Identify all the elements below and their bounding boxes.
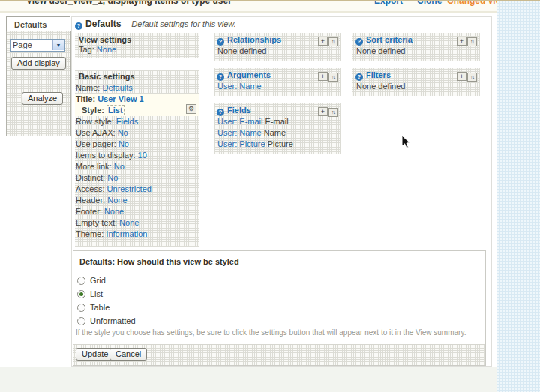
tag-setting-link[interactable]: None: [97, 45, 116, 54]
arguments-block: ?Arguments User: Name +↑↓: [214, 68, 341, 96]
distinct-setting-link[interactable]: No: [107, 173, 118, 182]
empty-text-setting-link[interactable]: None: [119, 218, 139, 227]
cancel-button[interactable]: Cancel: [110, 348, 147, 361]
rearrange-icon[interactable]: ↑↓: [467, 37, 477, 46]
block-actions: +↑↓: [456, 36, 477, 46]
radio-list[interactable]: [77, 290, 86, 298]
theme-setting-link[interactable]: Information: [106, 229, 147, 238]
fields-block: ?Fields User: E-mail E-mail User: Name N…: [214, 103, 341, 154]
page-side-background: [496, 1, 540, 392]
page-bottom-background: [0, 367, 496, 392]
rearrange-icon[interactable]: ↑↓: [328, 108, 338, 117]
style-option-grid: Grid: [77, 276, 106, 286]
setting-label: Use AJAX:: [76, 128, 116, 137]
radio-grid[interactable]: [77, 277, 86, 285]
basic-settings-rows: Name: Defaults Title: User View 1 Style:…: [75, 82, 199, 240]
add-icon[interactable]: +: [457, 37, 466, 46]
sort-criteria-title-link[interactable]: Sort criteria: [366, 35, 412, 44]
relationships-title-link[interactable]: Relationships: [227, 35, 281, 44]
analyze-button[interactable]: Analyze: [22, 92, 63, 105]
setting-label: Row style:: [76, 117, 114, 126]
radio-label: Unformatted: [90, 316, 136, 325]
setting-row: Items to display: 10: [75, 150, 199, 161]
header-setting-link[interactable]: None: [107, 196, 127, 205]
field-label-text: E-mail: [266, 117, 289, 126]
export-link[interactable]: Export: [374, 0, 403, 6]
help-icon[interactable]: ?: [75, 22, 82, 30]
arguments-title-link[interactable]: Arguments: [227, 70, 271, 79]
rearrange-icon[interactable]: ↑↓: [467, 73, 477, 82]
help-icon[interactable]: ?: [356, 73, 363, 81]
add-icon[interactable]: +: [457, 72, 466, 81]
empty-text: None defined: [217, 46, 338, 57]
field-link[interactable]: User: E-mail: [218, 117, 263, 126]
setting-row: Use pager: No: [75, 139, 199, 150]
field-row: User: Name Name: [217, 127, 338, 139]
setting-row: Access: Unrestricted: [75, 184, 199, 195]
form-hint: If the style you choose has settings, be…: [76, 328, 484, 337]
radio-table[interactable]: [77, 304, 86, 312]
fields-title-link[interactable]: Fields: [227, 106, 251, 115]
setting-label: Use pager:: [76, 139, 116, 148]
field-link[interactable]: User: Name: [218, 128, 262, 137]
access-setting-link[interactable]: Unrestricted: [107, 184, 152, 193]
field-label-text: Picture: [268, 139, 293, 148]
field-row: User: E-mail E-mail: [217, 116, 338, 127]
rearrange-icon[interactable]: ↑↓: [328, 37, 338, 46]
help-icon[interactable]: ?: [217, 38, 224, 46]
style-option-table: Table: [77, 303, 110, 313]
items-to-display-setting-link[interactable]: 10: [138, 151, 147, 160]
rearrange-icon[interactable]: ↑↓: [328, 73, 338, 82]
top-accent-line: [0, 0, 540, 1]
display-type-select[interactable]: Page ▼: [10, 39, 65, 52]
form-title: Defaults: How should this view be styled: [80, 257, 239, 266]
update-button[interactable]: Update: [76, 348, 114, 361]
name-setting-link[interactable]: Defaults: [102, 83, 132, 92]
empty-text: None defined: [356, 46, 477, 57]
tab-defaults[interactable]: Defaults: [6, 16, 70, 31]
setting-label: Style:: [82, 106, 104, 115]
argument-link[interactable]: User: Name: [218, 82, 262, 91]
setting-row: Tag: None: [78, 44, 196, 55]
more-link-setting-link[interactable]: No: [114, 162, 124, 171]
setting-row: Distinct: No: [75, 172, 199, 184]
radio-unformatted[interactable]: [77, 317, 86, 325]
style-settings-gear-icon[interactable]: ⚙: [186, 104, 196, 114]
clone-link[interactable]: Clone: [417, 0, 442, 6]
radio-label: Grid: [90, 276, 106, 285]
relationships-block: ?Relationships None defined +↑↓: [214, 33, 341, 61]
footer-setting-link[interactable]: None: [104, 207, 124, 216]
add-icon[interactable]: +: [318, 107, 328, 116]
empty-text: None defined: [356, 81, 477, 92]
setting-label: Footer:: [76, 207, 102, 216]
title-setting-link[interactable]: User View 1: [98, 94, 144, 103]
style-option-list: List: [77, 289, 103, 300]
add-icon[interactable]: +: [318, 72, 328, 81]
use-ajax-setting-link[interactable]: No: [118, 128, 128, 137]
setting-row: Empty text: None: [75, 217, 199, 229]
help-icon[interactable]: ?: [356, 38, 363, 46]
setting-label: More link:: [76, 162, 112, 171]
filters-title-link[interactable]: Filters: [366, 70, 391, 79]
setting-label: Access:: [76, 184, 105, 193]
block-actions: +↑↓: [317, 36, 338, 46]
changed-view-link[interactable]: Changed view: [447, 0, 496, 6]
setting-label: Empty text:: [76, 218, 117, 227]
style-setting-link[interactable]: List: [106, 105, 124, 115]
row-style-setting-link[interactable]: Fields: [116, 117, 138, 126]
radio-label: List: [90, 289, 103, 298]
setting-row: Header: None: [75, 195, 199, 206]
setting-label: Items to display:: [76, 151, 135, 160]
display-title: Defaults: [86, 19, 121, 29]
field-link[interactable]: User: Picture: [218, 139, 266, 148]
add-icon[interactable]: +: [318, 37, 328, 46]
use-pager-setting-link[interactable]: No: [118, 139, 129, 148]
add-display-button[interactable]: Add display: [11, 57, 66, 70]
display-header: ?DefaultsDefault settings for this view.: [75, 19, 236, 30]
help-icon[interactable]: ?: [217, 109, 224, 116]
filters-block: ?Filters None defined +↑↓: [352, 68, 480, 96]
setting-label: Name:: [76, 83, 100, 92]
views-admin-page: View user_view_1, displaying items of ty…: [0, 0, 540, 392]
setting-row: Footer: None: [75, 206, 199, 217]
help-icon[interactable]: ?: [217, 73, 224, 81]
